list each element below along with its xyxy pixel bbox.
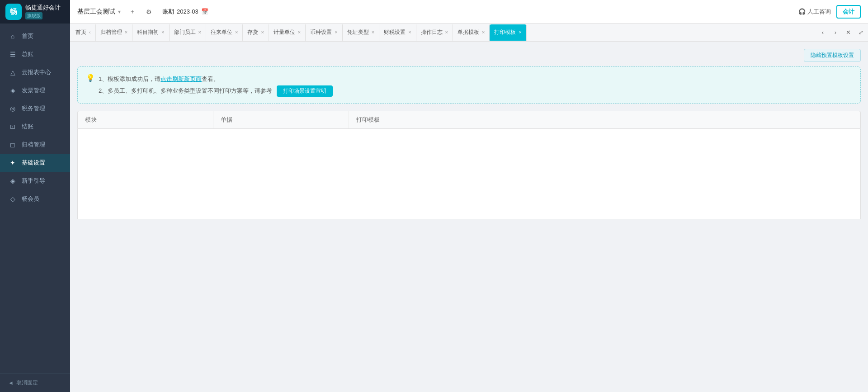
tab-form-label: 单据模板 [458, 28, 479, 36]
tab-dept-staff[interactable]: 部门员工 × [170, 24, 206, 41]
sidebar-label-home: 首页 [22, 32, 33, 40]
tab-fullscreen-button[interactable]: ⤢ [854, 26, 867, 39]
tab-home-label: 首页 [75, 28, 86, 36]
tab-measure-label: 计量单位 [274, 28, 295, 36]
tab-prev-button[interactable]: ‹ [816, 26, 829, 39]
logo-area: 畅 畅捷通好会计 旗舰版 [0, 0, 70, 24]
top-bar-actions: ＋ ⚙ [126, 5, 155, 18]
company-selector[interactable]: 基层工会测试 ▾ [77, 8, 121, 16]
tab-single-form[interactable]: 单据模板 × [453, 24, 490, 41]
tab-subject-close-icon[interactable]: × [161, 30, 164, 35]
tab-currency[interactable]: 币种设置 × [306, 24, 342, 41]
content-area: 隐藏预置模板设置 💡 1、模板添加成功后，请点击刷新新页面查看。 2、多员工、多… [70, 42, 868, 392]
pin-icon: ◄ [8, 380, 14, 386]
tab-inventory-close-icon[interactable]: × [261, 30, 264, 35]
tab-subject-init[interactable]: 科目期初 × [132, 24, 169, 41]
period-label: 账期 [162, 8, 174, 16]
bulb-icon: 💡 [86, 74, 95, 82]
tab-form-close-icon[interactable]: × [482, 30, 485, 35]
nav-list: ⌂ 首页 ☰ 总账 △ 云报表中心 ◈ 发票管理 ◎ 税务管理 ⊡ 结账 [0, 24, 70, 373]
sidebar-item-archive[interactable]: ◻ 归档管理 [0, 136, 70, 154]
cancel-pin-button[interactable]: ◄ 取消固定 [0, 373, 70, 392]
tab-home[interactable]: 首页 ‹ [71, 24, 96, 41]
sidebar-item-member[interactable]: ◇ 畅会员 [0, 190, 70, 208]
tab-partner[interactable]: 往来单位 × [206, 24, 243, 41]
tab-log-close-icon[interactable]: × [445, 30, 448, 35]
top-bar-right: 🎧 人工咨询 会计 [798, 5, 861, 19]
col-voucher: 单据 [213, 111, 349, 128]
report-icon: △ [8, 69, 17, 76]
tab-inventory[interactable]: 存货 × [243, 24, 269, 41]
tab-dept-label: 部门员工 [174, 28, 196, 36]
notice-line1-prefix: 1、模板添加成功后，请 [99, 76, 160, 82]
sidebar-item-invoice[interactable]: ◈ 发票管理 [0, 81, 70, 99]
tab-print-close-icon[interactable]: × [519, 30, 521, 35]
tab-nav-buttons: ‹ › ✕ ⤢ [816, 26, 867, 39]
tab-subject-label: 科目期初 [137, 28, 159, 36]
sidebar-item-guide[interactable]: ◈ 新手引导 [0, 172, 70, 190]
tab-dept-close-icon[interactable]: × [198, 30, 201, 35]
tab-voucher-close-icon[interactable]: × [372, 30, 374, 35]
ledger-icon: ☰ [8, 51, 17, 58]
notice-line2-prefix: 2、多员工、多打印机、多种业务类型设置不同打印方案等，请参考 [99, 87, 272, 94]
sidebar-label-guide: 新手引导 [22, 177, 45, 185]
tab-archive-close-icon[interactable]: × [125, 30, 127, 35]
tab-log-label: 操作日志 [421, 28, 443, 36]
tab-measure-close-icon[interactable]: × [298, 30, 301, 35]
tab-inventory-label: 存货 [247, 28, 258, 36]
period-info: 账期 2023-03 📅 [162, 8, 208, 16]
hide-preview-button[interactable]: 隐藏预置模板设置 [804, 49, 861, 62]
home-icon: ⌂ [8, 33, 17, 40]
period-value: 2023-03 [177, 8, 198, 15]
hide-preview-area: 隐藏预置模板设置 [77, 49, 861, 62]
help-label: 人工咨询 [807, 8, 831, 16]
app-name: 畅捷通好会计 [25, 4, 61, 12]
settings-gear-button[interactable]: ⚙ [142, 5, 155, 18]
logo-icon: 畅 [5, 4, 22, 20]
tab-tax-close-icon[interactable]: × [408, 30, 411, 35]
sidebar-item-settings[interactable]: ✦ 基础设置 [0, 154, 70, 172]
notice-box: 💡 1、模板添加成功后，请点击刷新新页面查看。 2、多员工、多打印机、多种业务类… [77, 66, 861, 104]
sidebar-label-member: 畅会员 [22, 195, 39, 203]
refresh-link[interactable]: 点击刷新新页面 [160, 76, 202, 82]
company-chevron-icon: ▾ [118, 9, 121, 15]
cancel-pin-label: 取消固定 [16, 379, 38, 387]
notice-line1: 1、模板添加成功后，请点击刷新新页面查看。 [99, 73, 333, 85]
top-bar: 基层工会测试 ▾ ＋ ⚙ 账期 2023-03 📅 🎧 人工咨询 会计 [70, 0, 868, 24]
tab-partner-close-icon[interactable]: × [235, 30, 238, 35]
tab-archive-mgmt[interactable]: 归档管理 × [96, 24, 132, 41]
member-icon: ◇ [8, 195, 17, 203]
main-area: 基层工会测试 ▾ ＋ ⚙ 账期 2023-03 📅 🎧 人工咨询 会计 [70, 0, 868, 392]
help-button[interactable]: 🎧 人工咨询 [798, 8, 831, 16]
tab-next-button[interactable]: › [829, 26, 842, 39]
col-module: 模块 [78, 111, 213, 128]
sidebar-label-report: 云报表中心 [22, 68, 51, 76]
tab-home-back-icon: ‹ [89, 30, 91, 35]
tab-tax-settings[interactable]: 财税设置 × [379, 24, 416, 41]
closing-icon: ⊡ [8, 123, 17, 130]
sidebar-item-ledger[interactable]: ☰ 总账 [0, 45, 70, 63]
tab-currency-close-icon[interactable]: × [335, 30, 337, 35]
app-badge: 旗舰版 [25, 12, 42, 19]
add-tab-button[interactable]: ＋ [126, 5, 139, 18]
notice-line1-suffix: 查看。 [202, 76, 219, 82]
print-scene-button[interactable]: 打印场景设置宣明 [277, 85, 333, 97]
notice-line2: 2、多员工、多打印机、多种业务类型设置不同打印方案等，请参考 打印场景设置宣明 [99, 85, 333, 97]
calendar-icon[interactable]: 📅 [201, 8, 208, 15]
invoice-icon: ◈ [8, 87, 17, 94]
sidebar-item-home[interactable]: ⌂ 首页 [0, 27, 70, 45]
tab-operation-log[interactable]: 操作日志 × [416, 24, 453, 41]
sidebar-item-tax[interactable]: ◎ 税务管理 [0, 99, 70, 118]
sidebar-item-report[interactable]: △ 云报表中心 [0, 63, 70, 81]
sidebar-item-closing[interactable]: ⊡ 结账 [0, 118, 70, 136]
tab-voucher-type[interactable]: 凭证类型 × [343, 24, 379, 41]
sidebar: 畅 畅捷通好会计 旗舰版 ⌂ 首页 ☰ 总账 △ 云报表中心 ◈ 发票管理 [0, 0, 70, 392]
tab-print-template[interactable]: 打印模板 × [490, 24, 526, 41]
account-button[interactable]: 会计 [836, 5, 861, 19]
tab-measure-unit[interactable]: 计量单位 × [269, 24, 306, 41]
tab-voucher-label: 凭证类型 [347, 28, 369, 36]
col-print-template: 打印模板 [349, 111, 860, 128]
print-template-table: 模块 单据 打印模板 [77, 111, 861, 219]
sidebar-label-ledger: 总账 [22, 50, 33, 58]
tab-close-all-button[interactable]: ✕ [842, 26, 854, 39]
